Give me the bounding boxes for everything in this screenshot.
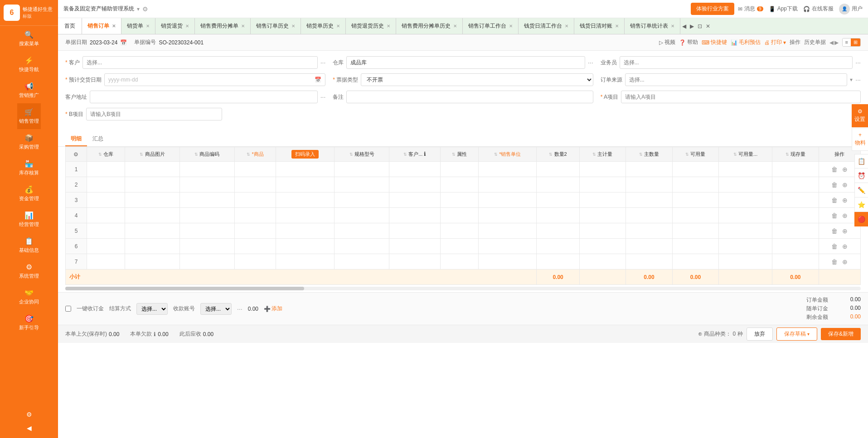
address-expand-icon[interactable]: ···: [320, 93, 326, 101]
horizontal-scrollbar[interactable]: [65, 287, 861, 290]
tab-summary[interactable]: 汇总: [87, 132, 109, 146]
tab-close-icon2[interactable]: ✕: [146, 24, 150, 29]
row-delete-btn[interactable]: 🗑: [830, 212, 839, 220]
col-sales-unit[interactable]: ⇅ *销售单位: [479, 147, 537, 162]
save-draft-btn[interactable]: 保存草稿 ▾: [776, 327, 817, 341]
row-copy-btn[interactable]: ⊕: [841, 212, 849, 220]
grid-view-btn[interactable]: ⊞: [851, 39, 860, 46]
sidebar-item-operations[interactable]: 📊经营管理: [17, 207, 41, 232]
sidebar-item-guide[interactable]: 🎯新手引导: [17, 310, 41, 336]
col-spec[interactable]: ⇅ 规格型号: [335, 147, 389, 162]
col-available[interactable]: ⇅ 可用量: [672, 147, 718, 162]
account-select[interactable]: 选择...: [200, 303, 232, 315]
shortcut-btn[interactable]: ⌨ 快捷键: [702, 39, 727, 46]
col-qty2[interactable]: ⇅ 数量2: [537, 147, 579, 162]
col-properties[interactable]: ⇅ 属性: [441, 147, 479, 162]
col-main-qty[interactable]: ⇅ 主数量: [626, 147, 672, 162]
order-source-input[interactable]: [625, 73, 848, 86]
side-icon-2[interactable]: ⏰: [854, 168, 868, 183]
date-value[interactable]: 2023-03-24: [90, 39, 117, 46]
online-support-btn[interactable]: 🎧 在线客服: [803, 5, 834, 13]
tab-sales-order[interactable]: 销售订单 ✕: [82, 18, 121, 34]
col-product-image[interactable]: ⇅ 商品图片: [125, 147, 180, 162]
row-delete-btn[interactable]: 🗑: [830, 196, 839, 204]
account-expand-icon[interactable]: ···: [237, 305, 242, 313]
next-record-btn[interactable]: ▶: [834, 39, 839, 46]
tab-order-workbench[interactable]: 销售订单工作台 ✕: [463, 18, 519, 34]
row-copy-btn[interactable]: ⊕: [841, 165, 849, 173]
history-btn[interactable]: 历史单据: [804, 39, 826, 46]
sidebar-item-enterprise[interactable]: 🤝企业协同: [17, 284, 41, 310]
customer-input[interactable]: [82, 56, 318, 69]
sidebar-item-finance[interactable]: 💰资金管理: [17, 181, 41, 207]
tab-next-btn[interactable]: ▶: [688, 23, 696, 29]
salesperson-input[interactable]: [620, 56, 853, 69]
sidebar-item-marketing[interactable]: 📢营销推广: [17, 77, 41, 103]
sidebar-item-settings[interactable]: ⚙: [0, 407, 58, 422]
tab-close-icon4[interactable]: ✕: [241, 24, 245, 29]
row-copy-btn[interactable]: ⊕: [841, 258, 849, 266]
tab-close-all-btn[interactable]: ✕: [704, 23, 712, 29]
row-delete-btn[interactable]: 🗑: [830, 181, 839, 189]
col-main-unit[interactable]: ⇅ 主计量: [579, 147, 626, 162]
tab-expand-btn[interactable]: ⊡: [696, 23, 704, 29]
payment-method-select[interactable]: 选择...: [136, 303, 168, 315]
col-gear[interactable]: ⚙: [66, 147, 87, 162]
topbar-settings-icon[interactable]: ⚙: [142, 5, 148, 13]
tab-close-icon9[interactable]: ✕: [509, 24, 513, 29]
tab-daily-reconcile2[interactable]: 钱货日清对账 ✕: [574, 18, 625, 34]
auto-collect-checkbox[interactable]: [65, 306, 71, 312]
row-delete-btn[interactable]: 🗑: [830, 258, 839, 266]
print-dropdown-icon[interactable]: ▾: [783, 39, 786, 46]
tab-close-icon12[interactable]: ✕: [671, 24, 674, 29]
order-source-expand-icon[interactable]: ···: [855, 76, 861, 83]
side-icon-4[interactable]: ⭐: [854, 197, 868, 212]
tab-prev-btn[interactable]: ◀: [680, 23, 688, 29]
tab-sales-return[interactable]: 销货单 ✕: [121, 18, 155, 34]
sidebar-item-inventory[interactable]: 🏪库存核算: [17, 155, 41, 181]
customer-address-input[interactable]: [90, 91, 318, 103]
col-available2[interactable]: ⇅ 可用量...: [719, 147, 772, 162]
save-draft-dropdown-icon[interactable]: ▾: [807, 332, 810, 337]
customer-expand-icon[interactable]: ···: [320, 59, 326, 66]
profit-preview-btn[interactable]: 📊 毛利预估: [731, 39, 761, 46]
tab-close-icon3[interactable]: ✕: [185, 24, 189, 29]
tab-close-icon8[interactable]: ✕: [453, 24, 457, 29]
scan-btn[interactable]: 扫码录入: [291, 150, 319, 159]
solution-btn[interactable]: 体验行业方案: [691, 3, 734, 15]
side-icon-1[interactable]: 📋: [854, 154, 868, 168]
scroll-thumb[interactable]: [65, 287, 304, 290]
sidebar-item-search[interactable]: 🔍搜索菜单: [17, 26, 41, 52]
row-delete-btn[interactable]: 🗑: [830, 165, 839, 173]
row-copy-btn[interactable]: ⊕: [841, 242, 849, 250]
order-source-dropdown-icon[interactable]: ▾: [850, 77, 853, 83]
tab-close-icon10[interactable]: ✕: [565, 24, 568, 29]
row-delete-btn[interactable]: 🗑: [830, 227, 839, 235]
sidebar-item-sales_mgmt[interactable]: 🛒销售管理: [17, 103, 41, 129]
warehouse-input[interactable]: [346, 56, 585, 69]
gear-icon[interactable]: ⚙: [73, 151, 78, 158]
list-view-btn[interactable]: ≡: [843, 39, 851, 46]
sidebar-collapse-btn[interactable]: ◀: [0, 422, 58, 434]
delivery-date-input[interactable]: yyyy-mm-dd 📅: [104, 73, 325, 86]
tab-refund-history[interactable]: 销货退货历史 ✕: [346, 18, 396, 34]
tab-close-icon11[interactable]: ✕: [615, 24, 619, 29]
user-menu[interactable]: 👤 用户: [839, 4, 863, 14]
tab-expense-history[interactable]: 销售费用分摊单历史 ✕: [396, 18, 463, 34]
a-project-input[interactable]: [621, 91, 861, 103]
sidebar-item-basic_info[interactable]: 📋基础信息: [17, 232, 41, 258]
col-product-code[interactable]: ⇅ 商品编码: [179, 147, 234, 162]
save-new-btn[interactable]: 保存&新增: [821, 328, 861, 340]
sidebar-item-system[interactable]: ⚙系统管理: [17, 258, 41, 284]
col-scan[interactable]: 扫码录入: [276, 147, 335, 162]
tab-detail[interactable]: 明细: [65, 132, 87, 146]
tab-close-icon[interactable]: ✕: [112, 24, 116, 29]
add-payment-btn[interactable]: ➕ 添加: [264, 305, 282, 313]
help-btn[interactable]: ❓ 帮助: [679, 39, 698, 46]
prev-record-btn[interactable]: ◀: [829, 39, 834, 46]
col-current-stock[interactable]: ⇅ 现存量: [772, 147, 819, 162]
discard-btn[interactable]: 放弃: [747, 327, 773, 341]
side-icon-5[interactable]: 🔴: [854, 212, 868, 226]
row-copy-btn[interactable]: ⊕: [841, 227, 849, 235]
row-copy-btn[interactable]: ⊕: [841, 196, 849, 204]
